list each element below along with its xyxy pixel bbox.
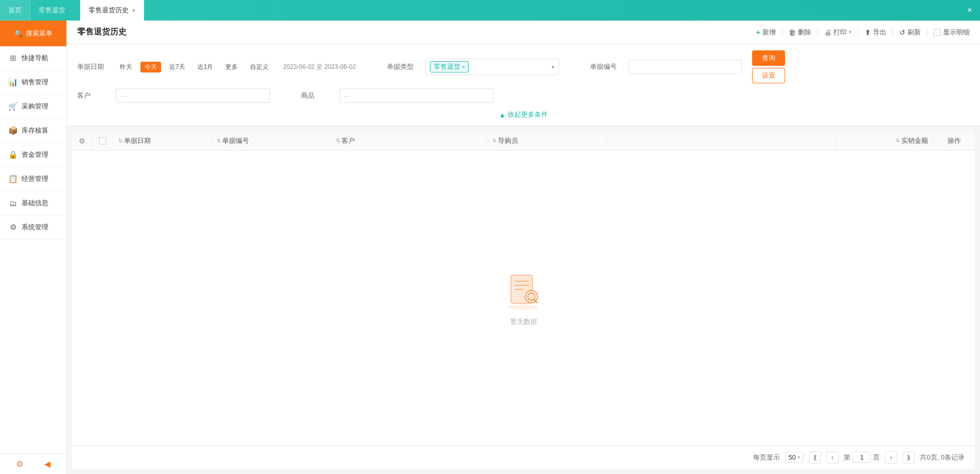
sidebar-item-basic-info[interactable]: 🗂 基础信息 bbox=[0, 191, 66, 215]
sidebar-item-label: 基础信息 bbox=[22, 198, 48, 208]
settings-button[interactable]: 设置 bbox=[752, 68, 785, 83]
refresh-button[interactable]: ↺ 刷新 bbox=[899, 28, 921, 37]
export-button[interactable]: ⬆ 导出 bbox=[865, 28, 886, 37]
sidebar-item-sys-mgmt[interactable]: ⚙ 系统管理 bbox=[0, 215, 66, 240]
query-settings-group: 查询 设置 bbox=[752, 50, 785, 83]
sidebar-item-finance[interactable]: 🔒 资金管理 bbox=[0, 143, 66, 167]
retail-return-tab-label: 零售退货 bbox=[39, 6, 65, 15]
sidebar-item-label: 销售管理 bbox=[22, 78, 48, 87]
delete-label: 删除 bbox=[798, 28, 811, 37]
date-btn-custom[interactable]: 自定义 bbox=[246, 62, 273, 72]
docno-sort-icon[interactable]: ⇅ bbox=[217, 138, 221, 143]
filter-row-2: 客户 ... 商品 ... bbox=[77, 88, 970, 103]
sidebar-search[interactable]: 🔍 搜索菜单 bbox=[0, 21, 66, 46]
th-amount: ⇅ 实销金额 bbox=[836, 131, 934, 150]
quick-nav-icon: ⊞ bbox=[8, 53, 17, 63]
date-btn-yesterday[interactable]: 昨天 bbox=[116, 62, 136, 72]
sidebar-item-label: 快捷导航 bbox=[22, 53, 48, 63]
sidebar-item-label: 资金管理 bbox=[22, 150, 48, 159]
last-page-btn[interactable]: ⟫ bbox=[902, 451, 915, 464]
tab-retail-return-history[interactable]: 零售退货历史 × bbox=[80, 0, 144, 21]
page-size-select[interactable]: 50 ▾ bbox=[785, 452, 804, 463]
add-button[interactable]: + 新增 bbox=[756, 28, 776, 37]
table-body: 暂无数据 bbox=[72, 151, 975, 445]
search-icon: 🔍 bbox=[14, 30, 23, 38]
th-amount-label: 实销金额 bbox=[901, 136, 928, 145]
select-all-checkbox[interactable] bbox=[99, 137, 106, 144]
filter-row-1: 单据日期 昨天 今天 近7天 近1月 更多 自定义 2023-06-02 至 2… bbox=[77, 50, 970, 83]
th-date-label: 单据日期 bbox=[124, 136, 151, 145]
add-label: 新增 bbox=[762, 28, 776, 37]
customer-sort-icon[interactable]: ⇅ bbox=[336, 138, 340, 143]
page-header: 零售退货历史 + 新增 🗑 删除 🖨 打印 ▾ bbox=[67, 21, 980, 44]
collapse-up-icon: ▲ bbox=[499, 111, 506, 119]
date-btn-today[interactable]: 今天 bbox=[140, 62, 161, 72]
divider-1 bbox=[782, 28, 782, 37]
collapse-label: 收起更多条件 bbox=[508, 110, 548, 119]
retail-return-history-tab-close[interactable]: × bbox=[132, 7, 135, 13]
tab-home[interactable]: 首页 bbox=[0, 0, 30, 21]
guide-sort-icon[interactable]: ⇅ bbox=[492, 138, 496, 143]
th-check[interactable] bbox=[93, 131, 113, 150]
th-docno: ⇅ 单据编号 bbox=[211, 131, 331, 150]
delete-button[interactable]: 🗑 删除 bbox=[789, 28, 811, 37]
doc-type-chevron: ▾ bbox=[551, 64, 555, 70]
customer-filter-label: 客户 bbox=[77, 91, 105, 100]
empty-state-icon bbox=[503, 270, 544, 311]
sidebar-item-label: 系统管理 bbox=[22, 223, 48, 232]
amount-sort-icon[interactable]: ⇅ bbox=[896, 138, 900, 143]
th-spacer bbox=[607, 131, 836, 150]
page-info: 第 页 bbox=[844, 452, 880, 463]
window-close-button[interactable]: × bbox=[959, 0, 980, 21]
doc-no-input[interactable] bbox=[629, 60, 742, 74]
th-action-label: 操作 bbox=[948, 136, 961, 145]
next-page-btn[interactable]: › bbox=[885, 451, 897, 464]
top-bar: 首页 零售退货 × 零售退货历史 × × bbox=[0, 0, 980, 21]
sidebar-item-purchase-mgmt[interactable]: 🛒 采购管理 bbox=[0, 95, 66, 119]
collapse-sidebar-btn[interactable]: ◀ bbox=[44, 459, 50, 469]
th-date: ⇅ 单据日期 bbox=[113, 131, 211, 150]
content-area: 零售退货历史 + 新增 🗑 删除 🖨 打印 ▾ bbox=[67, 21, 980, 474]
first-page-btn[interactable]: ⟪ bbox=[809, 451, 821, 464]
refresh-label: 刷新 bbox=[907, 28, 921, 37]
retail-return-tab-close[interactable]: × bbox=[68, 7, 72, 13]
settings-bottom-btn[interactable]: ⚙ bbox=[16, 459, 23, 469]
divider-4 bbox=[893, 28, 893, 37]
date-range: 2023-06-02 至 2023-06-02 bbox=[283, 63, 355, 71]
th-settings[interactable]: ⚙ bbox=[72, 131, 93, 150]
collapse-btn[interactable]: ▲ 收起更多条件 bbox=[499, 110, 548, 119]
sidebar-bottom: ⚙ ◀ bbox=[0, 453, 66, 474]
print-button[interactable]: 🖨 打印 ▾ bbox=[824, 28, 852, 37]
page-size-chevron: ▾ bbox=[797, 454, 800, 460]
doc-type-tag-remove[interactable]: × bbox=[462, 64, 465, 70]
th-guide: ⇅ 导购员 bbox=[487, 131, 607, 150]
customer-input[interactable]: ... bbox=[116, 88, 270, 103]
add-icon: + bbox=[756, 28, 760, 37]
tab-retail-return[interactable]: 零售退货 × bbox=[30, 0, 80, 21]
prev-page-btn[interactable]: ‹ bbox=[826, 451, 839, 464]
th-customer: ⇅ 客户 bbox=[331, 131, 487, 150]
refresh-icon: ↺ bbox=[899, 28, 905, 37]
date-btn-more[interactable]: 更多 bbox=[221, 62, 242, 72]
export-label: 导出 bbox=[873, 28, 886, 37]
sidebar-item-inventory[interactable]: 📦 库存核算 bbox=[0, 119, 66, 143]
total-info: 共0页, 0条记录 bbox=[920, 453, 965, 462]
query-button[interactable]: 查询 bbox=[752, 50, 785, 66]
doc-type-select[interactable]: 零售退货 × ▾ bbox=[425, 59, 559, 75]
goods-input[interactable]: ... bbox=[340, 88, 494, 103]
page-number-input[interactable] bbox=[852, 452, 871, 463]
filter-area: 单据日期 昨天 今天 近7天 近1月 更多 自定义 2023-06-02 至 2… bbox=[67, 44, 980, 126]
date-btn-last-month[interactable]: 近1月 bbox=[193, 62, 218, 72]
table-wrapper: ⚙ ⇅ 单据日期 ⇅ 单据编号 ⇅ 客户 ⇅ bbox=[72, 131, 975, 469]
inventory-icon: 📦 bbox=[8, 126, 17, 135]
sidebar-item-quick-nav[interactable]: ⊞ 快捷导航 bbox=[0, 46, 66, 70]
date-btn-last7[interactable]: 近7天 bbox=[165, 62, 189, 72]
show-detail-toggle[interactable]: 显示明细 bbox=[934, 28, 970, 37]
sidebar-item-sales-mgmt[interactable]: 📊 销售管理 bbox=[0, 70, 66, 95]
show-detail-checkbox[interactable] bbox=[934, 29, 941, 36]
settings-icon: ⚙ bbox=[79, 137, 85, 145]
sidebar-item-operations[interactable]: 📋 经营管理 bbox=[0, 167, 66, 191]
divider-2 bbox=[817, 28, 818, 37]
date-sort-icon[interactable]: ⇅ bbox=[118, 138, 122, 143]
tabs-area: 首页 零售退货 × 零售退货历史 × bbox=[0, 0, 959, 21]
